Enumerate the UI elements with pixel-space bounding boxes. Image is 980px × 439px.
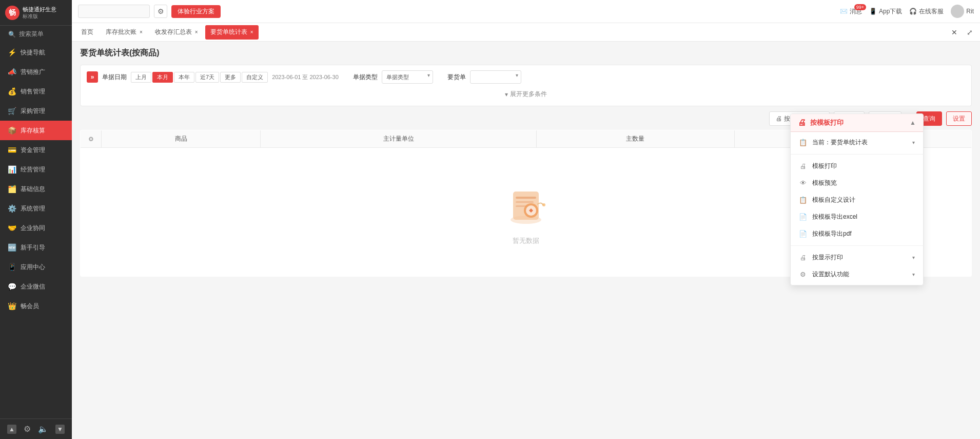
sidebar-item-inventory[interactable]: 📦 库存核算 (0, 121, 72, 140)
sidebar-item-enterprise[interactable]: 🤝 企业协同 (0, 218, 72, 238)
tab-maximize-btn[interactable]: ⤢ (964, 26, 976, 39)
dropdown-header: 🖨 按模板打印 ▲ (791, 114, 923, 132)
bill-type-label: 单据类型 (353, 73, 378, 82)
table-col-quantity: 主数量 (536, 130, 734, 148)
sidebar-item-sales[interactable]: 💰 销售管理 (0, 82, 72, 101)
dropdown-template-custom[interactable]: 📋 模板自定义设计 (791, 192, 923, 208)
sidebar-item-member[interactable]: 👑 畅会员 (0, 296, 72, 316)
filter-toggle-btn[interactable]: » (87, 71, 98, 83)
dropdown-template-excel[interactable]: 📄 按模板导出excel (791, 208, 923, 225)
page-title: 要货单统计表(按商品) (80, 48, 972, 59)
search-icon: 🔍 (8, 31, 16, 38)
tab-close-batch-account[interactable]: × (140, 30, 143, 35)
industry-btn[interactable]: 体验行业方案 (171, 5, 221, 18)
template-excel-icon: 📄 (799, 213, 807, 221)
template-custom-icon: 📋 (799, 196, 807, 204)
purchase-icon: 🛒 (7, 106, 16, 116)
tab-close-requisition-stats[interactable]: × (250, 30, 253, 35)
tab-receipt-summary[interactable]: 收发存汇总表 × (150, 25, 203, 40)
settings-btn[interactable]: 设置 (946, 111, 972, 126)
dropdown-header-left: 🖨 按模板打印 (798, 118, 844, 127)
dropdown-divider-1 (791, 154, 923, 155)
sidebar-search[interactable]: 🔍 搜索菜单 (0, 26, 72, 43)
dropdown-template-pdf[interactable]: 📄 按模板导出pdf (791, 225, 923, 242)
printer-icon: 🖨 (776, 115, 782, 122)
template-pdf-icon: 📄 (799, 230, 807, 238)
date-btn-this-year[interactable]: 本年 (174, 72, 194, 83)
online-service-btn[interactable]: 🎧 在线客服 (909, 7, 944, 16)
table-col-settings-icon[interactable]: ⚙ (87, 135, 95, 143)
sidebar-item-system[interactable]: ⚙️ 系统管理 (0, 199, 72, 218)
sidebar-item-marketing[interactable]: 📣 营销推广 (0, 62, 72, 82)
date-btn-last-month[interactable]: 上月 (131, 72, 151, 83)
template-preview-icon: 👁 (799, 179, 807, 187)
message-btn[interactable]: ✉️ 消息 99+ (840, 7, 862, 16)
scroll-down-btn[interactable]: ▼ (55, 425, 65, 434)
sidebar-item-guide[interactable]: 🆕 新手引导 (0, 238, 72, 257)
sidebar-item-basic[interactable]: 🗂️ 基础信息 (0, 179, 72, 199)
sidebar-item-finance[interactable]: 💳 资金管理 (0, 140, 72, 160)
tab-requisition-stats[interactable]: 要货单统计表 × (205, 25, 259, 40)
date-btn-7days[interactable]: 近7天 (195, 72, 219, 83)
display-print-icon: 🖨 (799, 254, 807, 262)
dropdown-divider-2 (791, 245, 923, 246)
sidebar-item-operation[interactable]: 📊 经营管理 (0, 160, 72, 179)
bill-type-select[interactable]: 单据类型 (382, 70, 433, 84)
tab-close-all-btn[interactable]: ✕ (948, 26, 961, 39)
tab-batch-account[interactable]: 库存批次账 × (101, 25, 148, 40)
filter-row-1: » 单据日期 上月 本月 本年 近7天 更多 自定义 2023-06-01 至 … (87, 70, 965, 84)
svg-point-7 (542, 203, 545, 206)
dropdown-print-icon: 🖨 (798, 118, 806, 127)
requisition-select[interactable] (470, 70, 521, 84)
date-range: 2023-06-01 至 2023-06-30 (272, 73, 339, 81)
sidebar-logo: 畅 畅捷通好生意 标准版 (0, 0, 72, 26)
date-btn-this-month[interactable]: 本月 (152, 72, 173, 83)
dropdown-template-print[interactable]: 🖨 模板打印 (791, 158, 923, 175)
marketing-icon: 📣 (7, 67, 16, 77)
tab-close-receipt-summary[interactable]: × (195, 30, 198, 35)
member-icon: 👑 (7, 301, 16, 311)
date-btn-group: 上月 本月 本年 近7天 更多 自定义 (131, 72, 268, 83)
operation-icon: 📊 (7, 165, 16, 174)
tab-home[interactable]: 首页 (76, 25, 99, 40)
svg-rect-3 (516, 201, 534, 203)
sidebar-item-quick-nav[interactable]: ⚡ 快捷导航 (0, 43, 72, 62)
expand-more-btn[interactable]: ▾ 展开更多条件 (497, 88, 555, 101)
expand-more-row: ▾ 展开更多条件 (87, 88, 965, 101)
dropdown-section-display: 🖨 按显示打印 ▾ ⚙ 设置默认功能 ▾ (791, 247, 923, 285)
dropdown-default-func[interactable]: ⚙ 设置默认功能 ▾ (791, 266, 923, 283)
enterprise-icon: 🤝 (7, 223, 16, 233)
settings-footer-icon[interactable]: ⚙ (24, 424, 31, 434)
app-icon: 📱 (7, 262, 16, 272)
dropdown-section-current: 📋 当前：要货单统计表 ▾ (791, 132, 923, 153)
date-btn-more[interactable]: 更多 (220, 72, 241, 83)
current-arrow-icon: ▾ (912, 140, 915, 145)
dropdown-template-preview[interactable]: 👁 模板预览 (791, 175, 923, 192)
empty-text: 暂无数据 (513, 236, 539, 245)
sound-footer-icon[interactable]: 🔈 (38, 424, 48, 434)
sidebar-item-wechat[interactable]: 💬 企业微信 (0, 277, 72, 296)
topbar-right: ✉️ 消息 99+ 📱 App下载 🎧 在线客服 Rit (840, 5, 974, 18)
sidebar-nav: ⚡ 快捷导航 📣 营销推广 💰 销售管理 🛒 采购管理 📦 库存核算 💳 资金管… (0, 43, 72, 418)
dropdown-collapse-btn[interactable]: ▲ (910, 119, 916, 126)
tabbar-right: ✕ ⤢ (948, 26, 976, 39)
app-download-btn[interactable]: 📱 App下载 (869, 7, 902, 16)
logo-icon: 畅 (5, 6, 19, 20)
default-func-arrow: ▾ (912, 272, 915, 277)
dropdown-title: 按模板打印 (810, 118, 844, 127)
wechat-icon: 💬 (7, 282, 16, 291)
dropdown-current-template[interactable]: 📋 当前：要货单统计表 ▾ (791, 134, 923, 151)
user-avatar[interactable]: Rit (951, 5, 974, 18)
sidebar-item-app[interactable]: 📱 应用中心 (0, 257, 72, 277)
empty-illustration (500, 179, 552, 230)
topbar-gear-btn[interactable]: ⚙ (154, 5, 167, 18)
dropdown-display-print[interactable]: 🖨 按显示打印 ▾ (791, 249, 923, 266)
sidebar-item-purchase[interactable]: 🛒 采购管理 (0, 101, 72, 121)
scroll-up-btn[interactable]: ▲ (7, 425, 16, 434)
logo-text: 畅捷通好生意 标准版 (23, 6, 56, 20)
system-icon: ⚙️ (7, 204, 16, 213)
basic-icon: 🗂️ (7, 184, 16, 194)
topbar-search-input[interactable] (78, 5, 150, 18)
date-btn-custom[interactable]: 自定义 (242, 72, 268, 83)
message-icon: ✉️ (840, 8, 848, 15)
